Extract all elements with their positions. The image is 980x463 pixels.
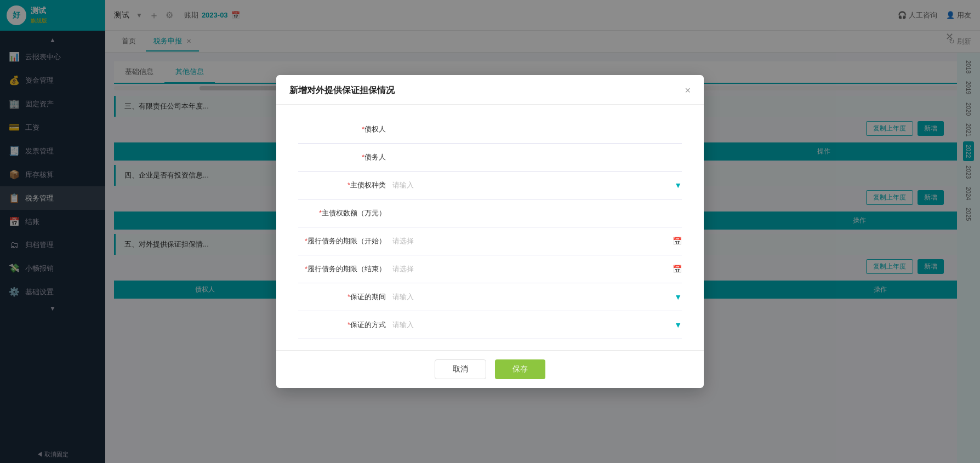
period-end-placeholder: 请选择	[392, 264, 414, 274]
debt-amount-label: *主债权数额（万元）	[298, 208, 386, 218]
calendar-start-icon: 📅	[673, 237, 682, 245]
debtor-input[interactable]	[392, 153, 682, 162]
period-end-field: *履行债务的期限（结束） 请选择 📅	[298, 255, 682, 283]
save-button[interactable]: 保存	[495, 359, 545, 379]
period-start-picker[interactable]: 请选择 📅	[392, 236, 682, 246]
debt-amount-field: *主债权数额（万元）	[298, 199, 682, 227]
guarantee-period-placeholder: 请输入	[392, 292, 414, 302]
debt-type-label: *主债权种类	[298, 180, 386, 190]
guarantee-method-chevron-icon: ▼	[674, 321, 682, 329]
dialog-header: 新增对外提供保证担保情况 ×	[276, 75, 704, 105]
guarantee-period-select[interactable]: 请输入 ▼	[392, 292, 682, 302]
period-start-placeholder: 请选择	[392, 236, 414, 246]
cancel-button[interactable]: 取消	[435, 359, 486, 379]
debt-amount-input[interactable]	[392, 209, 682, 218]
creditor-input[interactable]	[392, 125, 682, 134]
debt-type-chevron-icon: ▼	[674, 181, 682, 190]
guarantee-method-field: *保证的方式 请输入 ▼	[298, 311, 682, 339]
debt-type-field: *主债权种类 请输入 ▼	[298, 172, 682, 199]
dialog-title: 新增对外提供保证担保情况	[289, 85, 395, 96]
period-start-field: *履行债务的期限（开始） 请选择 📅	[298, 227, 682, 255]
period-end-label: *履行债务的期限（结束）	[298, 264, 386, 274]
period-start-label: *履行债务的期限（开始）	[298, 236, 386, 246]
dialog-close-button[interactable]: ×	[685, 85, 691, 96]
dialog: 新增对外提供保证担保情况 × *债权人 *债务人 *主债权种类	[276, 75, 704, 388]
creditor-field: *债权人	[298, 116, 682, 144]
guarantee-method-placeholder: 请输入	[392, 320, 414, 330]
dialog-footer: 取消 保存	[276, 350, 704, 388]
guarantee-period-label: *保证的期间	[298, 292, 386, 302]
debt-type-select[interactable]: 请输入 ▼	[392, 180, 682, 190]
dialog-body: *债权人 *债务人 *主债权种类 请输入 ▼	[276, 105, 704, 350]
debtor-field: *债务人	[298, 144, 682, 172]
debtor-label: *债务人	[298, 152, 386, 162]
guarantee-period-field: *保证的期间 请输入 ▼	[298, 283, 682, 311]
guarantee-method-select[interactable]: 请输入 ▼	[392, 320, 682, 330]
guarantee-method-label: *保证的方式	[298, 320, 386, 330]
creditor-label: *债权人	[298, 124, 386, 134]
period-end-picker[interactable]: 请选择 📅	[392, 264, 682, 274]
dialog-overlay: 新增对外提供保证担保情况 × *债权人 *债务人 *主债权种类	[0, 0, 980, 463]
guarantee-period-chevron-icon: ▼	[674, 293, 682, 301]
calendar-end-icon: 📅	[673, 265, 682, 273]
debt-type-placeholder: 请输入	[392, 180, 414, 190]
